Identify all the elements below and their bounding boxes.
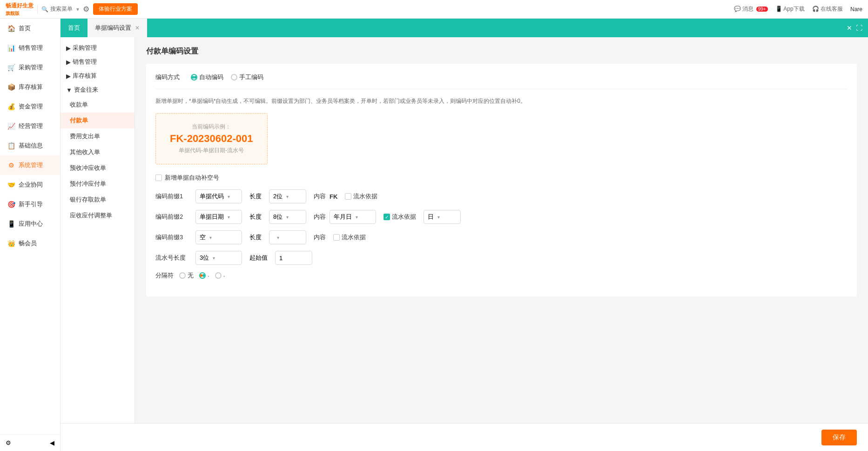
tab-home[interactable]: 首页 [61, 19, 87, 37]
stream1-check[interactable]: 流水依据 [345, 192, 377, 201]
radio-auto[interactable]: 自动编码 [191, 73, 223, 81]
sidebar-item-inventory[interactable]: 📦 库存核算 [0, 77, 60, 97]
stream1-checkbox[interactable] [345, 193, 351, 200]
nav-group-sales[interactable]: ▶ 销售管理 [61, 55, 135, 69]
chevron-right-icon: ▶ [66, 73, 71, 80]
serial-row: 流水号长度 3位 ▾ 起始值 1 [155, 251, 848, 265]
sidebar-item-home[interactable]: 🏠 首页 [0, 19, 60, 38]
stream2-check[interactable]: ✓ 流水依据 [384, 213, 416, 221]
serial-length-select[interactable]: 3位 ▾ [195, 251, 242, 265]
nav-group-inventory[interactable]: ▶ 库存核算 [61, 69, 135, 83]
nav-item-other-income[interactable]: 其他收入单 [61, 144, 135, 160]
prefix2-select[interactable]: 单据日期 ▾ [195, 210, 242, 224]
radio-none-dot [179, 272, 186, 279]
user-name[interactable]: Nare [850, 6, 862, 13]
auto-fill-checkbox[interactable] [155, 175, 162, 181]
stream3-checkbox[interactable] [333, 234, 340, 241]
separator-none[interactable]: 无 [179, 271, 194, 280]
collapse-icon[interactable]: ◀ [50, 439, 54, 446]
tab-close-btn[interactable]: ✕ [135, 25, 140, 31]
message-btn[interactable]: 💬 消息 99+ [734, 5, 768, 13]
radio-auto-dot [191, 74, 197, 81]
sidebar-item-member[interactable]: 👑 畅会员 [0, 234, 60, 253]
form-row-1: 编码前缀1 单据代码 ▾ 长度 2位 ▾ 内容 FK [155, 189, 848, 203]
enterprise-icon: 🤝 [7, 181, 15, 188]
nav-item-receipt[interactable]: 收款单 [61, 97, 135, 113]
radio-manual-dot [231, 74, 237, 81]
chevron-down-icon: ▾ [213, 256, 215, 261]
length1-label: 长度 [249, 192, 262, 201]
prefix2-label: 编码前缀2 [155, 213, 188, 221]
page-title: 付款单编码设置 [146, 47, 857, 56]
nav-item-prepay-payable[interactable]: 预付冲应付单 [61, 176, 135, 192]
nav-item-payment[interactable]: 付款单 [61, 113, 135, 128]
tab-encode-settings[interactable]: 单据编码设置 ✕ [87, 19, 147, 37]
online-service-btn[interactable]: 🎧 在线客服 [812, 5, 843, 13]
sidebar-item-finance[interactable]: 💰 资金管理 [0, 97, 60, 116]
content-area: ▶ 采购管理 ▶ 销售管理 ▶ 库存核算 ▼ 资金往来 收款单 付款单 费用支出… [61, 37, 868, 423]
settings-bottom-icon[interactable]: ⚙ [6, 439, 11, 446]
sidebar-bottom: ⚙ ◀ [0, 434, 60, 451]
nav-item-bank[interactable]: 银行存取款单 [61, 192, 135, 208]
sidebar: 🏠 首页 📊 销售管理 🛒 采购管理 📦 库存核算 💰 资金管理 📈 经营管理 … [0, 19, 61, 451]
app-logo: 畅通好生意 旗舰版 [6, 2, 34, 17]
finance-icon: 💰 [7, 103, 15, 110]
stream3-check[interactable]: 流水依据 [333, 233, 366, 242]
length3-select[interactable]: ▾ [269, 230, 306, 244]
dropdown-arrow[interactable]: ▾ [76, 6, 79, 13]
sidebar-item-guide[interactable]: 🎯 新手引导 [0, 195, 60, 214]
search-menu[interactable]: 🔍 搜索菜单 [41, 5, 73, 13]
serial-length-label: 流水号长度 [155, 254, 188, 262]
nav-group-purchase[interactable]: ▶ 采购管理 [61, 41, 135, 55]
length1-select[interactable]: 2位 ▾ [269, 189, 306, 203]
guide-icon: 🎯 [7, 201, 15, 208]
stream2-unit-select[interactable]: 日 ▾ [424, 210, 461, 224]
purchase-icon: 🛒 [7, 64, 15, 71]
settings-card: 编码方式 自动编码 手工编码 [146, 64, 857, 296]
length3-label: 长度 [249, 233, 262, 242]
radio-dot2-dot [215, 272, 222, 279]
start-value-input[interactable]: 1 [275, 251, 312, 265]
main-layout: 🏠 首页 📊 销售管理 🛒 采购管理 📦 库存核算 💰 资金管理 📈 经营管理 … [0, 19, 868, 451]
prefix1-select[interactable]: 单据代码 ▾ [195, 189, 242, 203]
separator-label: 分隔符 [155, 271, 174, 280]
prefix1-label: 编码前缀1 [155, 192, 188, 201]
topbar-left: 畅通好生意 旗舰版 🔍 搜索菜单 ▾ ⚙ 体验行业方案 [6, 2, 138, 17]
length2-select[interactable]: 8位 ▾ [269, 210, 306, 224]
separator-dot1[interactable]: · [199, 272, 209, 279]
separator-dot2[interactable]: · [215, 272, 225, 279]
start-value-label: 起始值 [249, 254, 268, 262]
maximize-icon[interactable]: ⛶ [856, 24, 862, 32]
save-button[interactable]: 保存 [821, 430, 857, 445]
nav-item-expense[interactable]: 费用支出单 [61, 128, 135, 144]
sidebar-item-operation[interactable]: 📈 经营管理 [0, 116, 60, 136]
preview-box: 当前编码示例： FK-20230602-001 单据代码-单据日期-流水号 [155, 113, 268, 164]
auto-fill-label: 新增单据自动补空号 [165, 174, 219, 182]
nav-group-capital[interactable]: ▼ 资金往来 [61, 83, 135, 97]
nav-item-adjust[interactable]: 应收应付调整单 [61, 208, 135, 223]
sidebar-item-apps[interactable]: 📱 应用中心 [0, 214, 60, 234]
sidebar-item-system[interactable]: ⚙ 系统管理 [0, 155, 60, 175]
settings-icon[interactable]: ⚙ [83, 5, 89, 13]
radio-group: 自动编码 手工编码 [191, 73, 263, 81]
nav-item-prepay-receivable[interactable]: 预收冲应收单 [61, 160, 135, 176]
sidebar-item-sales[interactable]: 📊 销售管理 [0, 38, 60, 58]
inventory-icon: 📦 [7, 83, 15, 91]
chevron-right-icon: ▶ [66, 45, 71, 52]
prefix3-select[interactable]: 空 ▾ [195, 230, 242, 244]
sidebar-item-enterprise[interactable]: 🤝 企业协同 [0, 175, 60, 195]
chevron-down-icon: ▾ [228, 215, 230, 220]
stream2-checkbox[interactable]: ✓ [384, 214, 390, 220]
chevron-down-icon: ▾ [209, 235, 212, 240]
length2-label: 长度 [249, 213, 262, 221]
content2-select[interactable]: 年月日 ▾ [330, 210, 376, 224]
sidebar-item-basic[interactable]: 📋 基础信息 [0, 136, 60, 155]
industry-btn[interactable]: 体验行业方案 [93, 3, 138, 15]
radio-manual[interactable]: 手工编码 [231, 73, 263, 81]
sidebar-item-purchase[interactable]: 🛒 采购管理 [0, 58, 60, 77]
content2-group: 内容 年月日 ▾ [314, 210, 376, 224]
app-download-btn[interactable]: 📱 App下载 [775, 5, 805, 13]
minimize-icon[interactable]: ✕ [847, 24, 852, 32]
auto-fill-row: 新增单据自动补空号 [155, 174, 848, 182]
encoding-method-row: 编码方式 自动编码 手工编码 [155, 73, 848, 89]
